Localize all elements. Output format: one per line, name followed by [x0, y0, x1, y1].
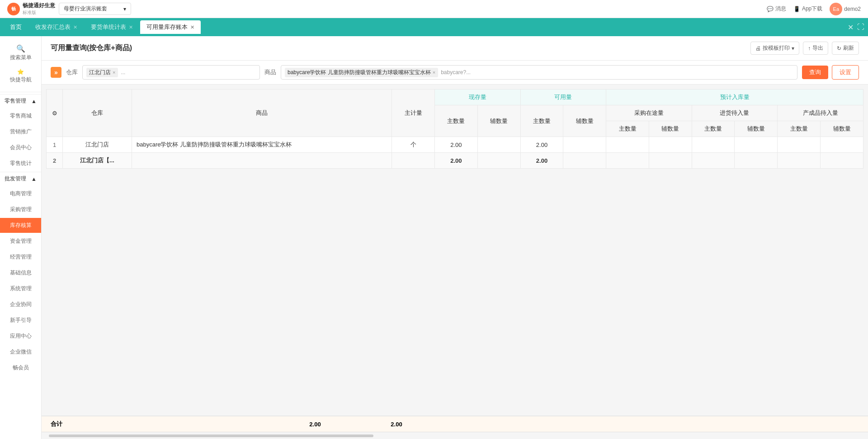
- tab-available-close-icon[interactable]: ✕: [190, 24, 194, 30]
- tab-available-label: 可用量库存账本: [146, 23, 188, 31]
- setting-btn[interactable]: 设置: [832, 65, 859, 80]
- logo-icon: 畅: [7, 3, 20, 15]
- message-btn[interactable]: 💬 消息: [767, 5, 786, 13]
- tab-bar-actions: ✕ ⛶: [848, 23, 864, 32]
- sidebar-item-retail-stats[interactable]: 零售统计: [0, 156, 41, 171]
- app-download-btn[interactable]: 📱 App下载: [793, 5, 822, 13]
- row-product-2: [132, 153, 392, 169]
- sidebar-item-newbie[interactable]: 新手引导: [0, 313, 41, 328]
- sidebar-item-wholesale[interactable]: 批发管理 ▲: [0, 172, 41, 185]
- sidebar-item-retail-management[interactable]: 零售管理 ▲: [0, 94, 41, 108]
- th-current-aux: 辅数量: [477, 105, 520, 137]
- h-scrollbar-thumb: [49, 434, 373, 437]
- inventory-label: 库存核算: [10, 222, 32, 229]
- filter-toggle-btn[interactable]: »: [51, 67, 61, 78]
- print-chevron-icon: ▾: [792, 45, 794, 52]
- print-icon: 🖨: [755, 45, 761, 52]
- warehouse-more: ...: [121, 69, 125, 76]
- th-main-unit: 主计量: [392, 90, 435, 137]
- product-tag-1-text: babycare学饮杯 儿童防摔防撞吸管杯重力球吸嘴杯宝宝水杯: [288, 69, 431, 76]
- tab-home[interactable]: 首页: [4, 20, 28, 34]
- home-tab-label: 首页: [10, 23, 22, 31]
- row-incoming-aux-2: [735, 153, 778, 169]
- refresh-icon: ↻: [837, 45, 841, 52]
- row-warehouse: 江北门店: [63, 137, 132, 153]
- print-btn[interactable]: 🖨 按模板打印 ▾: [750, 42, 799, 55]
- top-bar-left: 畅 畅捷通好生意 标准版 母婴行业演示账套 ▾: [7, 2, 131, 16]
- username-label: demo2: [844, 6, 861, 12]
- tab-order-close-icon[interactable]: ✕: [129, 24, 133, 30]
- store-selector[interactable]: 母婴行业演示账套 ▾: [59, 3, 131, 15]
- table-row-subtotal: 2 江北门店【... 2.00 2.00: [47, 153, 863, 169]
- row-incoming-main: [692, 137, 735, 153]
- sidebar-item-app-center[interactable]: 应用中心: [0, 329, 41, 344]
- warehouse-tag-close-icon[interactable]: ×: [113, 70, 115, 75]
- sidebar-nav: 零售管理 ▲ 零售商城 营销推广 会员中心 零售统计 批发管理 ▲ 电商管理: [0, 92, 41, 377]
- export-btn[interactable]: ↑ 导出: [803, 42, 828, 55]
- sidebar-item-enterprise[interactable]: 企业协同: [0, 297, 41, 312]
- product-filter-container[interactable]: babycare学饮杯 儿童防摔防撞吸管杯重力球吸嘴杯宝宝水杯 × babyca…: [281, 65, 797, 80]
- tab-receive-close-icon[interactable]: ✕: [73, 24, 77, 30]
- query-btn[interactable]: 查询: [802, 66, 828, 79]
- message-icon: 💬: [767, 6, 774, 12]
- nav-icon: ⭐: [17, 69, 24, 75]
- export-icon: ↑: [808, 45, 811, 52]
- quick-nav-btn[interactable]: ⭐ 快捷导航: [0, 65, 41, 87]
- search-menu-label: 搜索菜单: [10, 54, 32, 61]
- sidebar-item-system[interactable]: 系统管理: [0, 281, 41, 296]
- search-icon: 🔍: [16, 44, 25, 53]
- th-available: 可用量: [520, 90, 606, 105]
- row-purchase-main: [606, 137, 649, 153]
- quick-nav-label: 快捷导航: [10, 76, 32, 84]
- th-prod-aux: 辅数量: [821, 121, 863, 137]
- product-tag-1-close-icon[interactable]: ×: [433, 70, 435, 75]
- basic-info-label: 基础信息: [10, 269, 32, 277]
- row-avail-main: 2.00: [520, 137, 563, 153]
- row-prod-main: [778, 137, 821, 153]
- sidebar-item-basic-info[interactable]: 基础信息: [0, 265, 41, 280]
- th-avail-main: 主数量: [520, 105, 563, 137]
- th-incoming-main: 主数量: [692, 121, 735, 137]
- filter-actions: 查询 设置: [802, 65, 859, 80]
- tab-receive-summary[interactable]: 收发存汇总表 ✕: [29, 20, 84, 34]
- store-selector-label: 母婴行业演示账套: [64, 5, 107, 13]
- th-prod-main: 主数量: [778, 121, 821, 137]
- close-window-icon[interactable]: ✕: [848, 23, 854, 32]
- sidebar-item-member-pro[interactable]: 畅会员: [0, 360, 41, 375]
- expand-icon[interactable]: ⛶: [857, 23, 864, 31]
- warehouse-tag: 江北门店 ×: [86, 68, 118, 77]
- app-center-label: 应用中心: [10, 332, 32, 340]
- tab-available-stock[interactable]: 可用量库存账本 ✕: [140, 20, 201, 34]
- sidebar-item-wechat[interactable]: 企业微信: [0, 345, 41, 359]
- sidebar: 🔍 搜索菜单 ⭐ 快捷导航 零售管理 ▲ 零售商城 营销推广 会员中心: [0, 36, 42, 439]
- footer-current-main: 2.00: [295, 421, 335, 428]
- sidebar-item-purchase[interactable]: 采购管理: [0, 202, 41, 217]
- th-incoming-aux: 辅数量: [735, 121, 778, 137]
- th-avail-aux: 辅数量: [563, 105, 606, 137]
- warehouse-filter-container[interactable]: 江北门店 × ...: [82, 65, 260, 80]
- sidebar-item-marketing[interactable]: 营销推广: [0, 124, 41, 139]
- operations-label: 经营管理: [10, 253, 32, 261]
- app-download-label: App下载: [802, 5, 822, 13]
- th-product: 商品: [132, 90, 392, 137]
- member-pro-label: 畅会员: [13, 364, 29, 372]
- user-area[interactable]: Ea demo2: [830, 3, 861, 15]
- th-purchase-transit: 采购在途量: [606, 105, 692, 121]
- top-bar-right: 💬 消息 📱 App下载 Ea demo2: [767, 3, 861, 15]
- refresh-btn[interactable]: ↻ 刷新: [832, 42, 859, 55]
- search-menu-btn[interactable]: 🔍 搜索菜单: [0, 41, 41, 65]
- row-product: babycare学饮杯 儿童防摔防撞吸管杯重力球吸嘴杯宝宝水杯: [132, 137, 392, 153]
- sidebar-top: 🔍 搜索菜单 ⭐ 快捷导航: [0, 36, 41, 92]
- product-more: babycare?...: [441, 69, 471, 76]
- sidebar-item-finance[interactable]: 资金管理: [0, 234, 41, 249]
- sidebar-item-ecommerce[interactable]: 电商管理: [0, 186, 41, 201]
- sidebar-item-member[interactable]: 会员中心: [0, 140, 41, 155]
- sidebar-item-inventory[interactable]: 库存核算: [0, 218, 41, 233]
- h-scrollbar[interactable]: [42, 432, 868, 439]
- sidebar-item-retail-mall[interactable]: 零售商城: [0, 109, 41, 123]
- sidebar-item-operations[interactable]: 经营管理: [0, 250, 41, 264]
- table-footer: 合计 2.00 2.00: [42, 415, 868, 432]
- row-purchase-main-2: [606, 153, 649, 169]
- tab-order-stats[interactable]: 要货单统计表 ✕: [85, 20, 139, 34]
- main-layout: 🔍 搜索菜单 ⭐ 快捷导航 零售管理 ▲ 零售商城 营销推广 会员中心: [0, 36, 868, 439]
